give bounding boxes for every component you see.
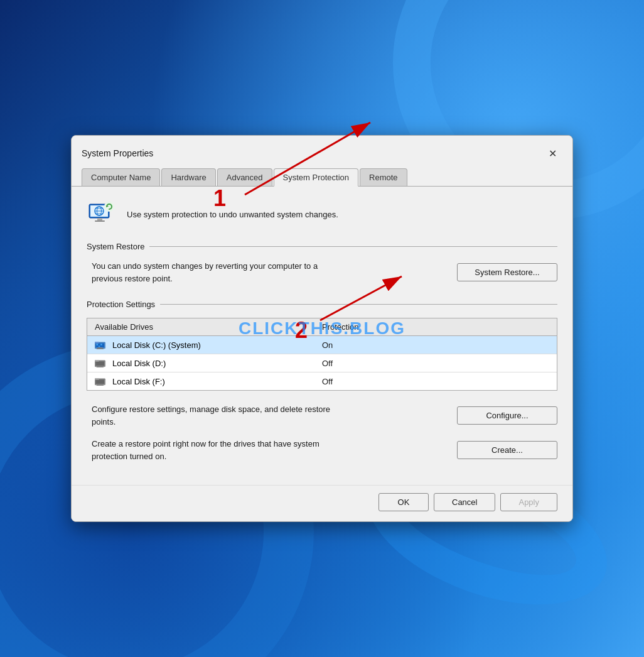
title-bar: System Properties ✕ bbox=[72, 136, 572, 163]
svg-rect-30 bbox=[97, 384, 102, 385]
system-properties-dialog: System Properties ✕ Computer Name Hardwa… bbox=[71, 135, 573, 522]
tab-hardware[interactable]: Hardware bbox=[161, 168, 215, 186]
svg-rect-29 bbox=[95, 378, 99, 380]
svg-rect-21 bbox=[100, 346, 102, 347]
svg-rect-23 bbox=[96, 362, 104, 366]
drives-table: Available Drives Protection bbox=[87, 318, 557, 391]
close-button[interactable]: ✕ bbox=[542, 143, 562, 163]
drive-name-d: Local Disk (D:) bbox=[95, 358, 322, 368]
svg-rect-24 bbox=[95, 360, 99, 362]
svg-rect-31 bbox=[97, 385, 104, 386]
svg-rect-25 bbox=[97, 366, 102, 367]
drive-f-icon bbox=[95, 376, 107, 386]
tab-computer-name[interactable]: Computer Name bbox=[82, 168, 160, 186]
svg-rect-26 bbox=[97, 367, 104, 367]
protection-status-f: Off bbox=[322, 377, 549, 386]
drive-name-f: Local Disk (F:) bbox=[95, 376, 322, 386]
cancel-button[interactable]: Cancel bbox=[434, 493, 495, 511]
col-available-drives: Available Drives bbox=[95, 322, 322, 332]
drive-name-c: Local Disk (C:) (System) bbox=[95, 340, 322, 350]
system-restore-block: You can undo system changes by reverting… bbox=[87, 260, 557, 285]
header-description: Use system protection to undo unwanted s… bbox=[127, 210, 338, 219]
table-row[interactable]: Local Disk (C:) (System) On bbox=[87, 336, 557, 354]
svg-rect-16 bbox=[97, 344, 99, 345]
configure-description: Configure restore settings, manage disk … bbox=[92, 403, 343, 428]
tab-remote[interactable]: Remote bbox=[360, 168, 407, 186]
table-row[interactable]: Local Disk (D:) Off bbox=[87, 354, 557, 372]
tab-content: Use system protection to undo unwanted s… bbox=[72, 186, 572, 485]
create-description: Create a restore point right now for the… bbox=[92, 438, 343, 462]
dialog-footer: OK Cancel Apply bbox=[72, 485, 572, 521]
svg-rect-14 bbox=[97, 347, 102, 349]
tabs-container: Computer Name Hardware Advanced System P… bbox=[72, 163, 572, 186]
system-restore-label: System Restore bbox=[87, 242, 557, 251]
system-restore-description: You can undo system changes by reverting… bbox=[92, 260, 330, 285]
system-restore-button[interactable]: System Restore... bbox=[457, 263, 557, 281]
apply-button[interactable]: Apply bbox=[500, 493, 557, 511]
create-block: Create a restore point right now for the… bbox=[87, 438, 557, 462]
svg-rect-20 bbox=[100, 344, 102, 345]
protection-status-d: Off bbox=[322, 359, 549, 368]
col-protection: Protection bbox=[322, 322, 549, 332]
tab-system-protection[interactable]: System Protection bbox=[274, 168, 359, 187]
table-row[interactable]: Local Disk (F:) Off bbox=[87, 372, 557, 390]
tab-advanced[interactable]: Advanced bbox=[217, 168, 272, 186]
svg-rect-17 bbox=[99, 344, 100, 345]
ok-button[interactable]: OK bbox=[378, 493, 429, 511]
drives-table-header: Available Drives Protection bbox=[87, 318, 557, 336]
svg-rect-7 bbox=[97, 218, 102, 220]
protection-settings-label: Protection Settings bbox=[87, 300, 557, 309]
drive-c-icon bbox=[95, 340, 107, 350]
header-section: Use system protection to undo unwanted s… bbox=[87, 199, 557, 229]
configure-button[interactable]: Configure... bbox=[457, 406, 557, 425]
drive-d-icon bbox=[95, 358, 107, 368]
svg-point-9 bbox=[104, 202, 114, 212]
protection-status-c: On bbox=[322, 340, 549, 350]
protection-settings-section: Protection Settings Available Drives Pro… bbox=[87, 300, 557, 391]
svg-rect-15 bbox=[97, 349, 104, 349]
svg-rect-8 bbox=[95, 220, 105, 222]
svg-rect-18 bbox=[97, 346, 99, 347]
create-button[interactable]: Create... bbox=[457, 441, 557, 459]
configure-block: Configure restore settings, manage disk … bbox=[87, 403, 557, 428]
svg-rect-13 bbox=[95, 342, 99, 344]
svg-rect-28 bbox=[96, 380, 104, 384]
dialog-title: System Properties bbox=[82, 148, 153, 158]
svg-rect-19 bbox=[99, 346, 100, 347]
system-protection-icon bbox=[87, 199, 117, 229]
